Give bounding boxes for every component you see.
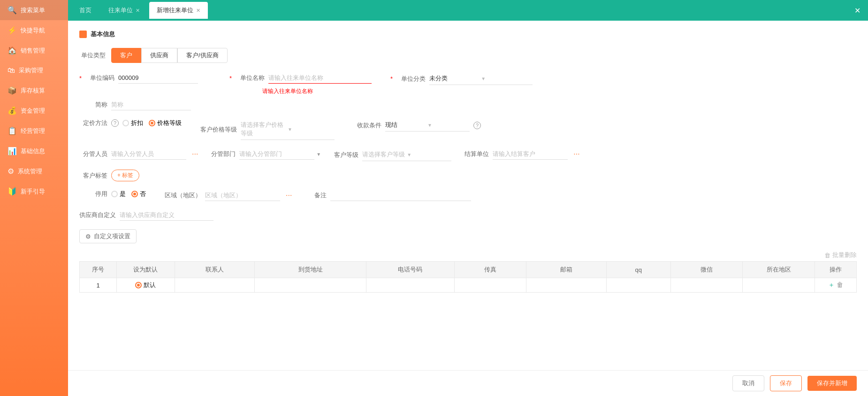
cell-contact — [175, 278, 255, 293]
col-seq: 序号 — [80, 262, 117, 278]
quick-nav-icon: ⚡ — [8, 26, 17, 35]
unit-name-label: 单位名称 — [236, 74, 265, 82]
add-tag-button[interactable]: + 标签 — [111, 170, 139, 181]
customer-level-select[interactable]: 请选择客户等级 ▼ — [362, 148, 451, 161]
tab-new-counterparty[interactable]: 新增往来单位 ✕ — [149, 2, 208, 19]
section-title: 基本信息 — [91, 30, 115, 39]
pricing-price-level-option[interactable]: 价格等级 — [149, 119, 182, 127]
pricing-price-level-radio[interactable] — [149, 120, 155, 126]
disable-radio-group: 是 否 — [111, 190, 146, 198]
supplier-custom-input[interactable] — [120, 210, 213, 221]
customer-level-arrow: ▼ — [407, 152, 451, 157]
col-default: 设为默认 — [117, 262, 175, 278]
col-wechat: 微信 — [670, 262, 743, 278]
custom-settings-button[interactable]: ⚙ 自定义项设置 — [79, 229, 137, 243]
cell-seq: 1 — [80, 278, 117, 293]
close-window-button[interactable]: ✕ — [854, 6, 860, 15]
pricing-discount-radio[interactable] — [122, 120, 129, 126]
supervisor-row: 分管人员 ··· 分管部门 ▼ 客户等级 请选择客户等级 ▼ 结算单位 — [79, 148, 857, 161]
unit-btn-supplier[interactable]: 供应商 — [141, 48, 177, 63]
sidebar-item-quick-nav[interactable]: ⚡ 快捷导航 — [0, 20, 68, 40]
pricing-discount-option[interactable]: 折扣 — [122, 119, 143, 127]
save-and-new-button[interactable]: 保存并新增 — [807, 376, 857, 391]
disable-no-radio[interactable] — [131, 191, 138, 197]
col-contact: 联系人 — [175, 262, 255, 278]
note-label: 备注 — [312, 191, 327, 200]
finance-icon: 💰 — [8, 106, 17, 115]
unit-category-arrow: ▼ — [481, 76, 533, 81]
wechat-input[interactable] — [690, 282, 723, 289]
close-new-counterparty-tab[interactable]: ✕ — [196, 8, 200, 13]
add-row-button[interactable]: ＋ — [828, 281, 835, 289]
sidebar-item-finance[interactable]: 💰 资金管理 — [0, 101, 68, 121]
table-region-input[interactable] — [762, 282, 795, 289]
payment-terms-help-icon[interactable]: ? — [473, 122, 481, 129]
purchase-icon: 🛍 — [8, 66, 15, 75]
tab-home[interactable]: 首页 — [72, 2, 99, 19]
sidebar-item-guide[interactable]: 🔰 新手引导 — [0, 181, 68, 202]
region-label: 区域（地区） — [165, 191, 201, 200]
customer-price-level-select[interactable]: 请选择客户价格等级 ▼ — [241, 119, 335, 140]
region-input[interactable] — [205, 190, 280, 201]
cancel-button[interactable]: 取消 — [732, 375, 764, 391]
address-input[interactable] — [282, 282, 339, 289]
sidebar: 🔍 搜索菜单 ⚡ 快捷导航 🏠 销售管理 🛍 采购管理 📦 库存核算 💰 资金管… — [0, 0, 68, 396]
save-button[interactable]: 保存 — [770, 375, 802, 391]
contact-input[interactable] — [196, 282, 233, 289]
tab-counterparty[interactable]: 往来单位 ✕ — [101, 2, 147, 19]
inventory-icon: 📦 — [8, 86, 17, 95]
region-dots-btn[interactable]: ··· — [284, 191, 294, 200]
settlement-unit-input[interactable] — [493, 148, 568, 160]
default-radio-item[interactable]: 默认 — [122, 281, 169, 289]
dept-input[interactable] — [239, 148, 314, 160]
disable-yes-radio[interactable] — [111, 191, 118, 197]
settlement-unit-dots-btn[interactable]: ··· — [571, 150, 581, 158]
unit-code-input[interactable] — [118, 72, 198, 84]
unit-btn-customer[interactable]: 客户 — [111, 48, 141, 63]
sidebar-item-operations[interactable]: 📋 经营管理 — [0, 121, 68, 141]
main-area: 首页 往来单位 ✕ 新增往来单位 ✕ ✕ 基本信息 单位类型 客户 供应商 客户… — [68, 0, 868, 396]
delete-row-button[interactable]: 🗑 — [837, 281, 843, 288]
sidebar-item-system[interactable]: ⚙ 系统管理 — [0, 161, 68, 181]
supervisor-dots-btn[interactable]: ··· — [190, 150, 200, 158]
sidebar-item-inventory[interactable]: 📦 库存核算 — [0, 80, 68, 101]
fax-input[interactable] — [474, 282, 507, 289]
batch-delete-label[interactable]: 批量删除 — [832, 251, 857, 259]
short-name-input[interactable] — [111, 99, 191, 110]
unit-name-input[interactable] — [268, 72, 372, 84]
default-radio[interactable] — [135, 282, 142, 288]
sidebar-item-search[interactable]: 🔍 搜索菜单 — [0, 0, 68, 20]
sidebar-item-sales[interactable]: 🏠 销售管理 — [0, 40, 68, 61]
supervisor-label: 分管人员 — [79, 150, 107, 158]
sidebar-item-basic-info[interactable]: 📊 基础信息 — [0, 141, 68, 161]
system-icon: ⚙ — [8, 167, 14, 176]
disable-yes-option[interactable]: 是 — [111, 190, 126, 198]
unit-btn-both[interactable]: 客户/供应商 — [177, 48, 228, 63]
col-fax: 传真 — [454, 262, 526, 278]
sidebar-item-purchase[interactable]: 🛍 采购管理 — [0, 61, 68, 80]
phone-input[interactable] — [389, 282, 431, 289]
payment-terms-select[interactable]: 现结 ▼ — [385, 119, 470, 132]
close-counterparty-tab[interactable]: ✕ — [136, 8, 140, 13]
unit-name-error: 请输入往来单位名称 — [262, 88, 313, 94]
note-input[interactable] — [330, 190, 471, 201]
supervisor-input[interactable] — [111, 148, 186, 160]
supplier-custom-row: 供应商自定义 — [79, 210, 857, 221]
disable-no-option[interactable]: 否 — [131, 190, 146, 198]
customer-price-level-label: 客户价格等级 — [200, 125, 237, 134]
qq-input[interactable] — [624, 282, 653, 289]
code-name-category-row: * 单位编码 * 单位名称 请输入往来单位名称 * 单位分类 — [79, 72, 857, 95]
settlement-unit-label: 结算单位 — [461, 150, 489, 158]
cell-action: ＋ 🗑 — [815, 278, 857, 293]
short-name-row: 简称 — [79, 99, 857, 110]
tabbar: 首页 往来单位 ✕ 新增往来单位 ✕ ✕ — [68, 0, 868, 21]
unit-type-label: 单位类型 — [79, 51, 106, 60]
email-input[interactable] — [548, 282, 585, 289]
unit-category-select[interactable]: 未分类 ▼ — [429, 72, 533, 85]
cell-qq — [606, 278, 670, 293]
short-name-label: 简称 — [79, 101, 107, 109]
pricing-help-icon[interactable]: ? — [111, 119, 119, 127]
customer-tag-label: 客户标签 — [79, 171, 107, 180]
sales-icon: 🏠 — [8, 46, 17, 55]
pricing-radio-group: 折扣 价格等级 — [122, 119, 182, 127]
